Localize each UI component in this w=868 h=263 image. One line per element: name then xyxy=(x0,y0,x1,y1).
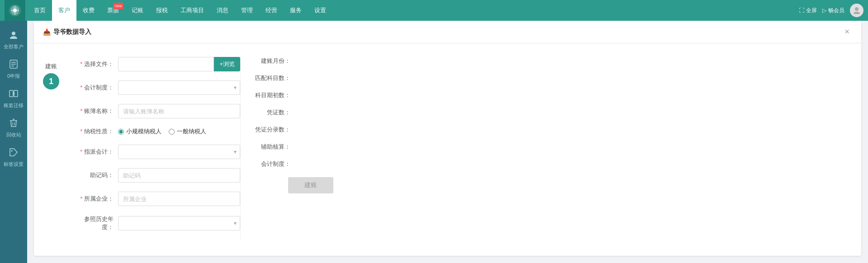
company-row: 所属企业： xyxy=(77,192,240,206)
nav-business[interactable]: 工商项目 xyxy=(174,0,210,21)
info-accounting-system-label: 会计制度： xyxy=(254,160,295,168)
fullscreen-icon: ⛶ xyxy=(799,7,804,14)
company-input[interactable] xyxy=(118,192,240,206)
info-section: 建账月份： 匹配科目数： 科目期初数： 凭证数： 凭证分录数： xyxy=(240,57,367,240)
panel-header: 📥 导爷数据导入 × xyxy=(34,21,861,43)
ledger-name-input[interactable] xyxy=(118,104,240,118)
file-select-row: 选择文件： +浏览 xyxy=(77,57,240,71)
info-auxiliary-label: 辅助核算： xyxy=(254,143,295,151)
memo-row: 助记码： xyxy=(77,168,240,183)
avatar[interactable] xyxy=(850,4,863,17)
history-year-row: 参照历史年度： ▾ xyxy=(77,215,240,231)
build-step: 建账 1 xyxy=(43,57,68,89)
accounting-system-select[interactable] xyxy=(118,80,240,95)
browse-button[interactable]: +浏览 xyxy=(214,57,240,71)
vip-button[interactable]: ▷ 畅会员 xyxy=(822,7,844,14)
tax-type-row: 纳税性质： 小规模纳税人 一般纳税人 xyxy=(77,127,240,136)
memo-label: 助记码： xyxy=(77,171,118,179)
nav-bookkeeping[interactable]: 记账 xyxy=(125,0,150,21)
accountant-select[interactable] xyxy=(118,145,240,159)
info-voucher-entries: 凭证分录数： xyxy=(254,126,367,134)
import-icon: 📥 xyxy=(43,28,51,36)
info-build-month: 建账月份： xyxy=(254,57,367,65)
nav-management[interactable]: 管理 xyxy=(235,0,259,21)
panel-title: 📥 导爷数据导入 xyxy=(43,28,91,36)
tax-type-radio-group: 小规模纳税人 一般纳税人 xyxy=(118,127,206,136)
all-clients-icon xyxy=(9,30,19,42)
svg-rect-10 xyxy=(9,90,13,97)
app-logo xyxy=(5,0,25,21)
svg-point-4 xyxy=(855,7,859,11)
svg-point-17 xyxy=(11,150,13,152)
info-vouchers: 凭证数： xyxy=(254,108,367,117)
info-voucher-entries-label: 凭证分录数： xyxy=(254,126,295,134)
info-accounting-system: 会计制度： xyxy=(254,160,367,168)
sidebar-item-recycle-bin[interactable]: 回收站 xyxy=(0,113,27,143)
sidebar-item-tag-settings[interactable]: 标签设置 xyxy=(0,143,27,172)
top-nav-right: ⛶ 全屏 ▷ 畅会员 xyxy=(799,4,863,17)
close-button[interactable]: × xyxy=(842,26,852,38)
info-build-month-label: 建账月份： xyxy=(254,57,295,65)
account-migration-icon xyxy=(9,89,19,101)
history-year-select[interactable] xyxy=(118,216,240,230)
company-label: 所属企业： xyxy=(77,195,118,203)
accounting-system-select-wrap: ▾ xyxy=(118,80,240,95)
sidebar-item-account-migration[interactable]: 账套迁移 xyxy=(0,84,27,113)
main-panel: 📥 导爷数据导入 × 建账 1 选 xyxy=(34,21,861,256)
accountant-label: 指派会计： xyxy=(77,148,118,156)
nav-fees[interactable]: 收费 xyxy=(76,0,101,21)
nav-home[interactable]: 首页 xyxy=(28,0,52,21)
form-section: 选择文件： +浏览 会计制度： ▾ xyxy=(77,57,240,240)
svg-point-5 xyxy=(12,32,15,35)
build-account-button[interactable]: 建账 xyxy=(288,177,333,193)
info-opening-balance-label: 科目期初数： xyxy=(254,91,295,99)
history-year-select-wrap: ▾ xyxy=(118,216,240,230)
accounting-system-row: 会计制度： ▾ xyxy=(77,80,240,95)
sidebar-item-declaration[interactable]: 0申报 xyxy=(0,55,27,84)
history-year-label: 参照历史年度： xyxy=(77,215,118,231)
ledger-name-label: 账簿名称： xyxy=(77,107,118,115)
recycle-bin-icon xyxy=(9,118,19,130)
info-match-subjects-label: 匹配科目数： xyxy=(254,74,295,82)
fullscreen-button[interactable]: ⛶ 全屏 xyxy=(799,7,817,14)
nav-items: 首页 客户 收费 票据 new 记账 报税 工商项目 消息 管理 经营 服务 设… xyxy=(28,0,799,21)
memo-input[interactable] xyxy=(118,168,240,183)
accountant-row: 指派会计： ▾ xyxy=(77,145,240,159)
tax-type-general-radio[interactable]: 一般纳税人 xyxy=(169,127,206,136)
nav-tax[interactable]: 报税 xyxy=(150,0,174,21)
tag-settings-icon xyxy=(9,147,19,160)
top-nav: 首页 客户 收费 票据 new 记账 报税 工商项目 消息 管理 经营 服务 设… xyxy=(0,0,868,21)
accountant-select-wrap: ▾ xyxy=(118,145,240,159)
sidebar-item-all-clients[interactable]: 全部客户 xyxy=(0,25,27,55)
info-match-subjects: 匹配科目数： xyxy=(254,74,367,82)
sidebar: 全部客户 0申报 账套迁移 xyxy=(0,21,27,263)
info-opening-balance: 科目期初数： xyxy=(254,91,367,99)
form-container: 建账 1 选择文件： +浏览 xyxy=(34,43,861,254)
info-auxiliary: 辅助核算： xyxy=(254,143,367,151)
declaration-icon xyxy=(9,59,19,71)
nav-invoices[interactable]: 票据 new xyxy=(101,0,125,21)
accounting-system-label: 会计制度： xyxy=(77,84,118,92)
info-vouchers-label: 凭证数： xyxy=(254,108,295,117)
nav-clients[interactable]: 客户 xyxy=(52,0,76,21)
new-badge: new xyxy=(113,3,123,9)
nav-messages[interactable]: 消息 xyxy=(210,0,235,21)
nav-operations[interactable]: 经营 xyxy=(259,0,284,21)
file-input[interactable] xyxy=(118,57,214,71)
vip-icon: ▷ xyxy=(822,7,826,14)
tax-type-small-radio[interactable]: 小规模纳税人 xyxy=(118,127,161,136)
file-label: 选择文件： xyxy=(77,60,118,68)
nav-services[interactable]: 服务 xyxy=(284,0,308,21)
nav-settings[interactable]: 设置 xyxy=(308,0,332,21)
ledger-name-row: 账簿名称： xyxy=(77,104,240,118)
main-area: 📥 导爷数据导入 × 建账 1 选 xyxy=(27,21,868,263)
step-circle: 1 xyxy=(43,73,59,89)
tax-type-label: 纳税性质： xyxy=(77,127,118,136)
step-label: 建账 xyxy=(45,62,57,70)
